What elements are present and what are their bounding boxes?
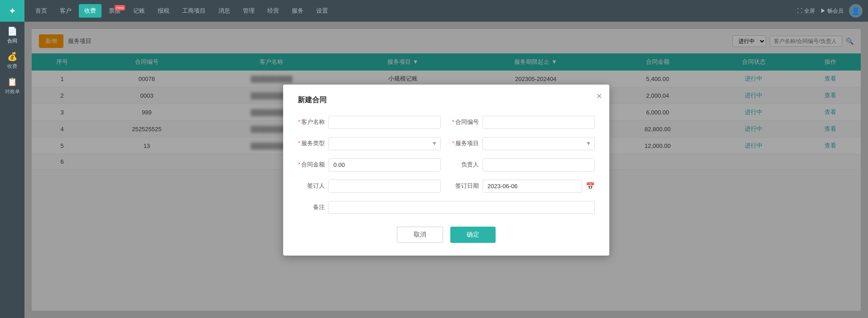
new-badge: new xyxy=(115,5,125,10)
nav-home[interactable]: 首页 xyxy=(30,4,53,18)
dialog-title: 新建合同 xyxy=(298,95,595,105)
service-type-field: *服务类型 ▼ xyxy=(298,137,441,150)
sidebar: ✦ 📄 合同 💰 收费 📋 对账单 xyxy=(0,0,24,318)
sidebar-item-billing[interactable]: 💰 收费 xyxy=(0,47,24,72)
statement-icon: 📋 xyxy=(7,77,17,87)
nav-service[interactable]: 服务 xyxy=(286,4,309,18)
sidebar-item-label: 对账单 xyxy=(5,88,20,95)
signer-field: 签订人 xyxy=(298,180,441,193)
app-logo: ✦ xyxy=(0,0,24,22)
customer-name-field: *客户名称 xyxy=(298,116,441,129)
nav-tax[interactable]: 报税 xyxy=(152,4,175,18)
contract-icon: 📄 xyxy=(7,26,17,36)
notes-label: 备注 xyxy=(298,203,325,211)
amount-field: *合同金额 xyxy=(298,158,441,171)
modal-overlay: 新建合同 ✕ *客户名称 *合同编号 xyxy=(24,22,868,318)
customer-name-label: *客户名称 xyxy=(298,118,325,126)
nav-message[interactable]: 消息 xyxy=(213,4,236,18)
sidebar-item-label: 收费 xyxy=(7,63,17,70)
billing-icon: 💰 xyxy=(7,52,17,62)
amount-input[interactable] xyxy=(328,158,441,171)
fullscreen-btn[interactable]: ⛶ 全屏 xyxy=(797,7,815,15)
responsible-field: 负责人 xyxy=(452,158,595,171)
topnav-right: ⛶ 全屏 ▶ 畅会员 👤 xyxy=(797,4,863,18)
nav-bizproject[interactable]: 工商项目 xyxy=(177,4,211,18)
form-row-1: *客户名称 *合同编号 xyxy=(298,116,595,129)
sign-date-input[interactable] xyxy=(482,180,582,193)
nav-invoice[interactable]: 收费 xyxy=(79,4,101,18)
sidebar-item-label: 合同 xyxy=(7,38,17,44)
service-type-select[interactable] xyxy=(328,137,441,150)
service-item-select[interactable] xyxy=(482,137,595,150)
nav-operation[interactable]: 经营 xyxy=(262,4,285,18)
close-button[interactable]: ✕ xyxy=(596,92,602,100)
avatar[interactable]: 👤 xyxy=(849,4,863,18)
service-item-field: *服务项目 ▼ xyxy=(452,137,595,150)
form-row-3: *合同金额 负责人 xyxy=(298,158,595,171)
dialog-footer: 取消 确定 xyxy=(298,227,595,243)
nav-bookkeeping[interactable]: 记账 xyxy=(128,4,150,18)
nav-settings[interactable]: 设置 xyxy=(311,4,333,18)
sidebar-item-contract[interactable]: 📄 合同 xyxy=(0,22,24,47)
topnav: 首页 客户 收费 票据 new 记账 报税 工商项目 消息 管理 经营 服务 设… xyxy=(24,0,868,22)
sign-date-label: 签订日期 xyxy=(452,182,479,190)
sign-date-field: 签订日期 📅 xyxy=(452,180,595,193)
notes-field: 备注 xyxy=(298,201,595,214)
confirm-button[interactable]: 确定 xyxy=(450,227,496,243)
calendar-icon[interactable]: 📅 xyxy=(586,182,595,190)
service-item-select-wrapper: ▼ xyxy=(482,137,595,150)
nav-customer[interactable]: 客户 xyxy=(54,4,77,18)
signer-label: 签订人 xyxy=(298,182,325,190)
nav-manage[interactable]: 管理 xyxy=(237,4,260,18)
signer-input[interactable] xyxy=(328,180,441,193)
contract-no-input[interactable] xyxy=(482,116,595,129)
content: 新增 服务项目 进行中 已完成 已终止 🔍 序号 xyxy=(24,22,868,318)
amount-label: *合同金额 xyxy=(298,161,325,169)
customer-name-input[interactable] xyxy=(328,116,441,129)
responsible-label: 负责人 xyxy=(452,161,479,169)
notes-input[interactable] xyxy=(328,201,595,214)
sidebar-item-statement[interactable]: 📋 对账单 xyxy=(0,72,24,98)
service-type-select-wrapper: ▼ xyxy=(328,137,441,150)
form-row-5: 备注 xyxy=(298,201,595,214)
member-btn[interactable]: ▶ 畅会员 xyxy=(820,7,844,15)
contract-no-field: *合同编号 xyxy=(452,116,595,129)
service-item-label: *服务项目 xyxy=(452,139,479,147)
form-row-2: *服务类型 ▼ *服务项目 xyxy=(298,137,595,150)
form-row-4: 签订人 签订日期 📅 xyxy=(298,180,595,193)
contract-no-label: *合同编号 xyxy=(452,118,479,126)
cancel-button[interactable]: 取消 xyxy=(397,227,443,243)
responsible-input[interactable] xyxy=(482,158,595,171)
service-type-label: *服务类型 xyxy=(298,139,325,147)
nav-ticket[interactable]: 票据 new xyxy=(103,4,126,18)
main-container: 首页 客户 收费 票据 new 记账 报税 工商项目 消息 管理 经营 服务 设… xyxy=(24,0,868,318)
dialog: 新建合同 ✕ *客户名称 *合同编号 xyxy=(283,85,609,256)
